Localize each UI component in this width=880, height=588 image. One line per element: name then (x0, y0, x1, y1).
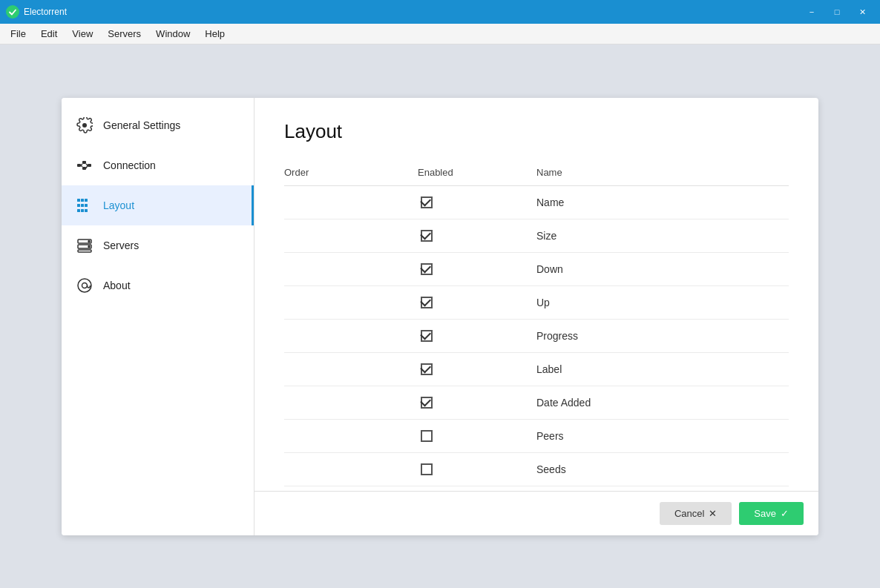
table-row: Progress (284, 319, 789, 352)
menu-window[interactable]: Window (148, 25, 197, 42)
svg-line-7 (86, 164, 88, 165)
menu-view[interactable]: View (65, 25, 100, 42)
menu-help[interactable]: Help (197, 25, 232, 42)
cancel-button[interactable]: Cancel ✕ (660, 502, 732, 525)
order-cell (284, 452, 418, 486)
checkbox-up[interactable] (421, 297, 433, 308)
svg-point-22 (88, 245, 90, 247)
sidebar-item-servers[interactable]: Servers (62, 225, 254, 265)
layout-icon (76, 197, 93, 214)
enabled-cell (418, 252, 536, 285)
name-cell: Name (536, 185, 789, 219)
table-row: Size (284, 219, 789, 252)
name-cell: Peers (536, 419, 789, 452)
name-cell: Size (536, 219, 789, 252)
titlebar: Electorrent − □ ✕ (0, 0, 880, 24)
svg-point-0 (6, 5, 19, 19)
enabled-cell (418, 285, 536, 319)
sidebar-label-general-settings: General Settings (103, 119, 180, 131)
page-title: Layout (284, 120, 789, 143)
enabled-cell (418, 319, 536, 352)
svg-rect-2 (82, 161, 86, 164)
table-row: Label (284, 352, 789, 386)
order-cell (284, 219, 418, 252)
svg-rect-10 (81, 199, 84, 202)
name-cell: Seeds (536, 452, 789, 486)
enabled-cell (418, 219, 536, 252)
minimize-button[interactable]: − (800, 0, 824, 24)
name-cell: Date Added (536, 386, 789, 419)
svg-point-21 (88, 240, 90, 242)
checkbox-date-added[interactable] (421, 397, 433, 409)
sidebar-label-about: About (103, 280, 131, 291)
svg-rect-9 (77, 199, 80, 202)
sidebar-item-layout[interactable]: Layout (62, 185, 254, 225)
table-row: Name (284, 185, 789, 219)
save-button[interactable]: Save ✓ (739, 502, 804, 525)
checkbox-label[interactable] (421, 363, 433, 375)
connection-icon (76, 157, 93, 174)
menu-servers[interactable]: Servers (100, 25, 148, 42)
svg-point-23 (78, 279, 91, 292)
svg-rect-14 (85, 204, 88, 207)
svg-rect-4 (88, 164, 91, 167)
col-header-name: Name (536, 161, 789, 186)
checkbox-progress[interactable] (421, 330, 433, 342)
table-row: Up (284, 285, 789, 319)
svg-line-8 (86, 165, 88, 168)
svg-rect-15 (77, 209, 80, 212)
cancel-icon: ✕ (709, 508, 717, 519)
settings-panel: General Settings Connection (62, 98, 818, 535)
menu-file[interactable]: File (3, 25, 33, 42)
table-row: Seeds (284, 452, 789, 486)
table-row: Down (284, 252, 789, 285)
svg-point-24 (82, 283, 88, 288)
order-cell (284, 352, 418, 386)
name-cell: Down (536, 252, 789, 285)
svg-rect-12 (77, 204, 80, 207)
svg-line-6 (81, 165, 82, 167)
sidebar-label-connection: Connection (103, 159, 156, 171)
order-cell (284, 285, 418, 319)
maximize-button[interactable]: □ (825, 0, 849, 24)
menu-edit[interactable]: Edit (33, 25, 65, 42)
enabled-cell (418, 352, 536, 386)
sidebar-label-layout: Layout (103, 199, 134, 211)
name-cell: Up (536, 285, 789, 319)
at-icon (76, 277, 93, 294)
svg-rect-16 (81, 209, 84, 212)
name-cell: Label (536, 352, 789, 386)
enabled-cell (418, 452, 536, 486)
save-icon: ✓ (781, 508, 789, 519)
order-cell (284, 252, 418, 285)
checkbox-name[interactable] (421, 196, 433, 208)
close-button[interactable]: ✕ (850, 0, 874, 24)
save-label: Save (754, 508, 776, 519)
order-cell (284, 386, 418, 419)
col-header-order: Order (284, 161, 418, 186)
enabled-cell (418, 185, 536, 219)
sidebar: General Settings Connection (62, 98, 255, 535)
svg-rect-13 (81, 204, 84, 207)
layout-table: Order Enabled Name NameSizeDownUpProgres… (284, 161, 789, 486)
cancel-label: Cancel (674, 508, 704, 519)
app-icon (6, 5, 19, 19)
sidebar-item-about[interactable]: About (62, 265, 254, 305)
window-controls: − □ ✕ (800, 0, 874, 24)
sidebar-item-general-settings[interactable]: General Settings (62, 105, 254, 145)
sidebar-label-servers: Servers (103, 240, 139, 251)
svg-line-5 (81, 164, 82, 165)
svg-rect-20 (78, 250, 91, 252)
main-area: General Settings Connection (0, 44, 880, 588)
order-cell (284, 419, 418, 452)
sidebar-item-connection[interactable]: Connection (62, 145, 254, 185)
checkbox-down[interactable] (421, 263, 433, 275)
order-cell (284, 319, 418, 352)
checkbox-size[interactable] (421, 230, 433, 242)
content-area: Layout Order Enabled Name NameSizeDownUp… (255, 98, 818, 535)
table-row: Peers (284, 419, 789, 452)
enabled-cell (418, 386, 536, 419)
col-header-enabled: Enabled (418, 161, 536, 186)
checkbox-seeds[interactable] (421, 463, 433, 475)
checkbox-peers[interactable] (421, 430, 433, 442)
